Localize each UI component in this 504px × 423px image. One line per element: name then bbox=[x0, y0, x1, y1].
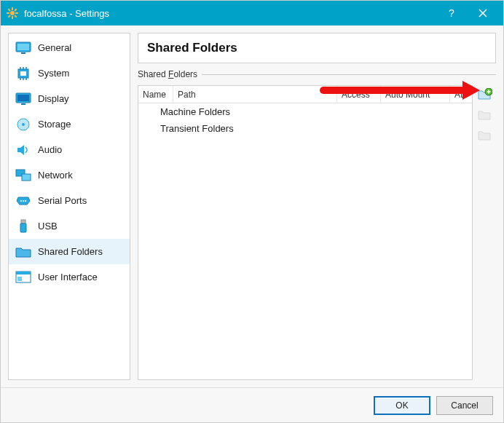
svg-point-33 bbox=[25, 200, 26, 202]
col-automount[interactable]: Auto Mount bbox=[381, 86, 450, 103]
svg-rect-30 bbox=[22, 174, 31, 181]
col-path[interactable]: Path bbox=[173, 86, 337, 103]
settings-window: focalfossa - Settings ? General System D… bbox=[0, 0, 504, 423]
usb-icon bbox=[15, 219, 32, 234]
sidebar: General System Display Storage Audio Net… bbox=[8, 33, 130, 380]
folders-area: Name Path Access Auto Mount At Machine F… bbox=[138, 85, 496, 380]
sidebar-item-label: Display bbox=[38, 93, 69, 104]
sidebar-item-network[interactable]: Network bbox=[9, 162, 130, 188]
help-button[interactable]: ? bbox=[435, 1, 467, 25]
sidebar-item-label: Storage bbox=[38, 119, 71, 130]
col-access[interactable]: Access bbox=[337, 86, 381, 103]
ui-icon bbox=[15, 270, 32, 285]
display-icon bbox=[15, 92, 32, 106]
chip-icon bbox=[15, 66, 32, 81]
table-header: Name Path Access Auto Mount At bbox=[138, 86, 472, 103]
sidebar-item-storage[interactable]: Storage bbox=[9, 111, 130, 137]
sidebar-item-general[interactable]: General bbox=[9, 35, 130, 60]
ok-button[interactable]: OK bbox=[374, 396, 430, 415]
svg-rect-35 bbox=[20, 224, 26, 232]
svg-line-8 bbox=[15, 9, 17, 11]
network-icon bbox=[15, 168, 32, 183]
remove-share-button bbox=[477, 127, 493, 143]
titlebar: focalfossa - Settings ? bbox=[1, 1, 503, 25]
sidebar-item-userinterface[interactable]: User Interface bbox=[9, 264, 130, 290]
sidebar-item-label: Serial Ports bbox=[38, 195, 87, 206]
svg-text:?: ? bbox=[449, 7, 454, 19]
sidebar-item-system[interactable]: System bbox=[9, 60, 130, 86]
svg-line-5 bbox=[8, 9, 10, 11]
sidebar-item-usb[interactable]: USB bbox=[9, 213, 130, 239]
sidebar-item-serialports[interactable]: Serial Ports bbox=[9, 188, 130, 213]
table-body: Machine Folders Transient Folders bbox=[138, 103, 472, 379]
add-share-button[interactable] bbox=[477, 87, 493, 103]
svg-point-0 bbox=[10, 11, 15, 15]
svg-rect-13 bbox=[17, 44, 29, 50]
svg-rect-25 bbox=[21, 103, 25, 105]
page-title: Shared Folders bbox=[147, 41, 487, 55]
svg-rect-24 bbox=[17, 95, 29, 101]
sidebar-item-audio[interactable]: Audio bbox=[9, 137, 130, 162]
tree-group-transient[interactable]: Transient Folders bbox=[138, 120, 472, 137]
svg-line-6 bbox=[15, 15, 17, 17]
folder-icon bbox=[15, 245, 32, 259]
sidebar-item-sharedfolders[interactable]: Shared Folders bbox=[9, 239, 130, 264]
window-title: focalfossa - Settings bbox=[24, 8, 435, 19]
speaker-icon bbox=[15, 143, 32, 157]
sidebar-item-label: Shared Folders bbox=[38, 246, 103, 257]
sidebar-item-label: User Interface bbox=[38, 272, 98, 282]
svg-rect-37 bbox=[16, 272, 31, 274]
col-at[interactable]: At bbox=[450, 86, 472, 103]
disk-icon bbox=[15, 117, 32, 132]
svg-line-7 bbox=[8, 15, 10, 17]
monitor-icon bbox=[15, 41, 32, 55]
svg-rect-34 bbox=[21, 220, 25, 224]
group-label: Shared Folders bbox=[138, 69, 496, 79]
gear-icon bbox=[7, 7, 18, 19]
sidebar-item-label: General bbox=[38, 42, 71, 53]
close-button[interactable] bbox=[467, 1, 499, 25]
svg-marker-28 bbox=[17, 145, 24, 155]
svg-point-31 bbox=[20, 200, 22, 202]
edit-share-button bbox=[477, 107, 493, 123]
sidebar-item-display[interactable]: Display bbox=[9, 86, 130, 111]
svg-rect-14 bbox=[21, 52, 25, 54]
sidebar-item-label: USB bbox=[38, 221, 58, 232]
content-area: General System Display Storage Audio Net… bbox=[1, 25, 503, 387]
main-panel: Shared Folders Shared Folders Name Path … bbox=[138, 33, 496, 380]
tool-column bbox=[477, 85, 496, 380]
svg-rect-16 bbox=[20, 71, 26, 76]
tree-group-machine[interactable]: Machine Folders bbox=[138, 103, 472, 120]
svg-rect-38 bbox=[17, 277, 22, 281]
dialog-footer: OK Cancel bbox=[1, 387, 503, 422]
sidebar-item-label: Audio bbox=[38, 144, 62, 155]
page-title-box: Shared Folders bbox=[138, 33, 496, 63]
svg-point-27 bbox=[22, 123, 25, 126]
sidebar-item-label: System bbox=[38, 68, 69, 79]
col-name[interactable]: Name bbox=[138, 86, 173, 103]
cancel-button[interactable]: Cancel bbox=[436, 396, 493, 415]
serial-port-icon bbox=[15, 194, 32, 208]
shared-folders-table[interactable]: Name Path Access Auto Mount At Machine F… bbox=[138, 85, 473, 380]
svg-point-32 bbox=[23, 200, 24, 202]
sidebar-item-label: Network bbox=[38, 170, 73, 181]
